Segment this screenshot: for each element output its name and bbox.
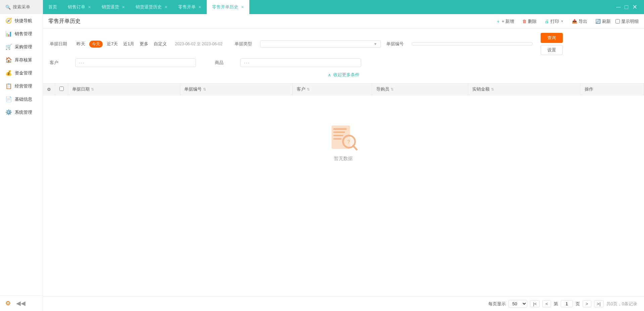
pagination-bar: 每页显示 50 20 100 |< < 第 页 > >| 共0页，0条记录 [43, 296, 644, 311]
export-button[interactable]: 📤 导出 [568, 17, 591, 26]
filter-area: 单据日期 昨天今天近7天近1月更多自定义 2023-06-02 至 2023-0… [43, 29, 644, 84]
date-opt-yesterday[interactable]: 昨天 [75, 40, 87, 48]
empty-state-row: ? 暂无数据 [43, 95, 644, 175]
date-options: 昨天今天近7天近1月更多自定义 [75, 40, 168, 48]
svg-rect-1 [333, 128, 347, 130]
minimize-icon[interactable]: ─ [615, 2, 622, 12]
add-icon: ＋ [496, 18, 500, 24]
sidebar-item-inventory[interactable]: 🏠库存核算 [0, 53, 43, 66]
customer-input[interactable]: ··· [75, 58, 196, 67]
display-cols-check[interactable] [615, 19, 620, 23]
print-icon: 🖨 [545, 19, 549, 24]
tab-retail-open[interactable]: 零售开单✕ [173, 0, 207, 14]
delete-label: 删除 [528, 18, 537, 24]
close-window-icon[interactable]: ✕ [631, 2, 639, 12]
refresh-label: 刷新 [602, 18, 611, 24]
next-page-btn[interactable]: > [583, 300, 591, 307]
page-label-post: 页 [576, 301, 580, 307]
tab-sales-return[interactable]: 销货退货✕ [96, 0, 130, 14]
doc-number-input[interactable] [412, 42, 533, 46]
print-button[interactable]: 🖨 打印 ▼ [541, 17, 567, 26]
date-opt-custom[interactable]: 自定义 [152, 40, 168, 48]
tab-close-sales-return[interactable]: ✕ [122, 5, 125, 9]
col-settings[interactable]: ⚙ [43, 84, 55, 95]
sidebar-item-basic-info[interactable]: 📄基础信息 [0, 93, 43, 106]
refresh-button[interactable]: 🔄 刷新 [592, 17, 614, 26]
sidebar-search[interactable]: 🔍 搜索采单 [0, 0, 43, 14]
col-header-number[interactable]: 单据编号⇅ [180, 84, 292, 95]
nav-label-quick-nav: 快捷导航 [15, 18, 32, 24]
settings-button[interactable]: 设置 [541, 45, 563, 55]
export-label: 导出 [579, 18, 587, 24]
sidebar-item-operations[interactable]: 📋经营管理 [0, 80, 43, 93]
sidebar-item-finance[interactable]: 💰资金管理 [0, 66, 43, 80]
per-page-label: 每页显示 [488, 301, 506, 307]
svg-line-6 [353, 146, 357, 150]
tab-close-sales-return-history[interactable]: ✕ [164, 5, 167, 9]
sort-icon-date: ⇅ [91, 87, 94, 91]
add-button[interactable]: ＋ + 新增 [493, 17, 517, 26]
nav-label-purchase-mgmt: 采购管理 [15, 44, 32, 50]
nav-icon-purchase-mgmt: 🛒 [5, 44, 12, 50]
page-size-select[interactable]: 50 20 100 [508, 300, 527, 308]
tab-close-retail-open-history[interactable]: ✕ [241, 5, 244, 9]
nav-label-operations: 经营管理 [15, 83, 32, 89]
filter-row-2: 客户 ··· 商品 ··· [50, 58, 637, 67]
display-cols-checkbox[interactable]: 显示明细 [615, 18, 639, 24]
refresh-icon: 🔄 [595, 19, 601, 24]
tab-sales-order[interactable]: 销售订单✕ [62, 0, 96, 14]
empty-text: 暂无数据 [334, 156, 353, 162]
tab-sales-return-history[interactable]: 销货退货历史✕ [130, 0, 173, 14]
doc-number-label: 单据编号 [386, 41, 406, 47]
table-wrapper: ⚙ 单据日期⇅单据编号⇅客户⇅导购员⇅实销金额⇅操作 [43, 84, 644, 296]
date-opt-today[interactable]: 今天 [89, 41, 103, 48]
tab-label-sales-return-history: 销货退货历史 [136, 4, 162, 10]
sidebar-item-sales-mgmt[interactable]: 📊销售管理 [0, 27, 43, 40]
col-header-action: 操作 [580, 84, 644, 95]
search-icon: 🔍 [5, 5, 11, 10]
current-page-input[interactable] [561, 300, 573, 307]
query-button[interactable]: 查询 [541, 33, 563, 43]
nav-label-inventory: 库存核算 [15, 57, 32, 63]
col-header-salesperson[interactable]: 导购员⇅ [372, 84, 468, 95]
col-checkbox[interactable] [55, 84, 68, 95]
date-range-text: 2023-06-02 至 2023-06-02 [175, 41, 222, 47]
table-head: ⚙ 单据日期⇅单据编号⇅客户⇅导购员⇅实销金额⇅操作 [43, 84, 644, 95]
product-input[interactable]: ··· [240, 58, 361, 67]
prev-page-btn[interactable]: < [542, 300, 551, 307]
collapse-filter-row[interactable]: ∧ 收起更多条件 [50, 70, 637, 79]
sort-icon-amount: ⇅ [491, 87, 494, 91]
doc-type-select[interactable]: ▼ [260, 40, 381, 48]
col-header-customer[interactable]: 客户⇅ [292, 84, 372, 95]
display-cols-label: 显示明细 [621, 18, 639, 24]
tab-home[interactable]: 首页 [43, 0, 62, 14]
topbar-right: ─ □ ✕ [615, 2, 644, 12]
total-info: 共0页，0条记录 [606, 301, 637, 307]
last-page-btn[interactable]: >| [594, 300, 604, 307]
delete-button[interactable]: 🗑 删除 [519, 17, 540, 26]
page-label-pre: 第 [554, 301, 558, 307]
tab-close-retail-open[interactable]: ✕ [198, 5, 201, 9]
col-header-amount[interactable]: 实销金额⇅ [468, 84, 580, 95]
tab-label-home: 首页 [48, 4, 57, 10]
date-opt-more[interactable]: 更多 [138, 40, 150, 48]
sidebar-item-system-mgmt[interactable]: ⚙️系统管理 [0, 106, 43, 119]
date-opt-last-month[interactable]: 近1月 [122, 40, 136, 48]
select-all-checkbox[interactable] [59, 87, 64, 91]
sidebar-item-purchase-mgmt[interactable]: 🛒采购管理 [0, 40, 43, 53]
collapse-label: 收起更多条件 [333, 72, 359, 78]
first-page-btn[interactable]: |< [530, 300, 540, 307]
date-opt-last7[interactable]: 近7天 [105, 40, 119, 48]
print-dropdown-icon: ▼ [560, 19, 564, 23]
maximize-icon[interactable]: □ [623, 2, 630, 12]
collapse-sidebar-icon[interactable]: ◀◀ [16, 300, 26, 307]
page-title: 零售开单历史 [48, 18, 491, 25]
sidebar-item-quick-nav[interactable]: 🧭快捷导航 [0, 14, 43, 27]
nav-label-basic-info: 基础信息 [15, 96, 32, 102]
tab-retail-open-history[interactable]: 零售开单历史✕ [207, 0, 249, 14]
sidebar: 🔍 搜索采单 🧭快捷导航📊销售管理🛒采购管理🏠库存核算💰资金管理📋经营管理📄基础… [0, 0, 43, 311]
tab-close-sales-order[interactable]: ✕ [88, 5, 91, 9]
sidebar-nav: 🧭快捷导航📊销售管理🛒采购管理🏠库存核算💰资金管理📋经营管理📄基础信息⚙️系统管… [0, 14, 43, 119]
col-header-date[interactable]: 单据日期⇅ [68, 84, 180, 95]
settings-icon[interactable]: ⚙ [5, 300, 11, 307]
